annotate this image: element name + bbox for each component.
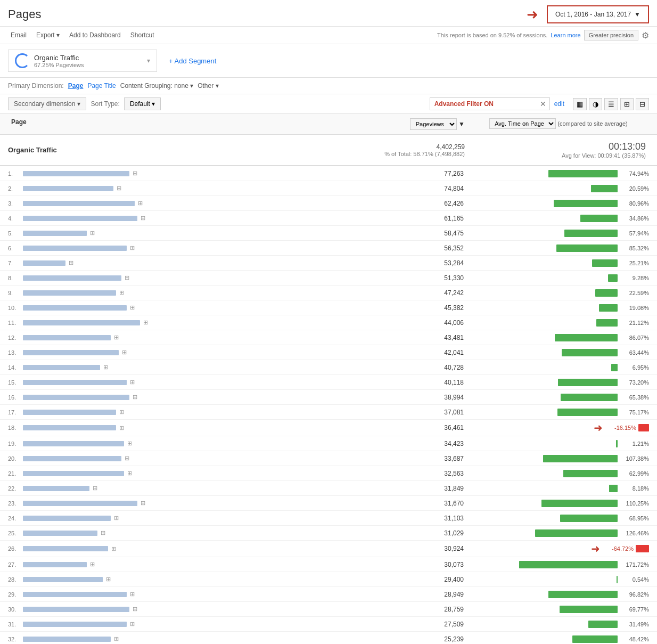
- page-bar: [23, 531, 97, 536]
- external-link-icon[interactable]: ⊞: [117, 185, 121, 192]
- comparison-bar-green: [557, 409, 618, 416]
- row-pageviews: 45,382: [372, 304, 468, 312]
- row-number: 3.: [8, 200, 23, 207]
- comparison-pct: 73.20%: [620, 379, 649, 386]
- row-number: 31.: [8, 621, 23, 627]
- external-link-icon[interactable]: ⊞: [119, 425, 124, 431]
- external-link-icon[interactable]: ⊞: [114, 334, 119, 341]
- external-link-icon[interactable]: ⊞: [130, 244, 135, 251]
- filter-edit-link[interactable]: edit: [554, 100, 564, 108]
- custom-view-button[interactable]: ⊟: [636, 98, 649, 110]
- sort-type-button[interactable]: Default ▾: [124, 97, 161, 110]
- filter-close-button[interactable]: ✕: [537, 100, 549, 108]
- settings-icon[interactable]: ⚙: [642, 30, 649, 40]
- metric-dropdown[interactable]: Pageviews: [410, 118, 457, 130]
- external-link-icon[interactable]: ⊞: [122, 349, 127, 356]
- external-link-icon[interactable]: ⊞: [125, 274, 129, 281]
- page-bar: [23, 607, 129, 612]
- external-link-icon[interactable]: ⊞: [111, 545, 116, 552]
- page-bar: [23, 637, 111, 642]
- sort-desc-icon: ▼: [458, 120, 465, 128]
- add-segment-button[interactable]: + Add Segment: [162, 54, 223, 68]
- date-range-button[interactable]: Oct 1, 2016 - Jan 13, 2017 ▼: [547, 5, 649, 23]
- comparison-pct: 74.94%: [620, 170, 649, 177]
- page-bar: [23, 305, 127, 311]
- comparison-pct: 1.21%: [620, 441, 649, 447]
- external-link-icon[interactable]: ⊞: [141, 500, 145, 507]
- row-comparison: 85.32%: [468, 244, 649, 252]
- external-link-icon[interactable]: ⊞: [133, 606, 137, 613]
- external-link-icon[interactable]: ⊞: [69, 259, 73, 266]
- comparison-pct: 22.59%: [620, 290, 649, 296]
- external-link-icon[interactable]: ⊞: [130, 379, 135, 386]
- row-comparison: 8.18%: [468, 485, 649, 492]
- row-pageviews: 31,670: [372, 500, 468, 507]
- table-row: 8. ⊞ 51,330 9.28%: [0, 271, 657, 286]
- comparison-bar-green: [558, 379, 618, 386]
- dimension-page-link[interactable]: Page: [68, 82, 84, 89]
- external-link-icon[interactable]: ⊞: [138, 200, 143, 207]
- table-view-button[interactable]: ▦: [573, 98, 587, 110]
- pivot-view-button[interactable]: ⊞: [620, 98, 634, 110]
- row-pageviews: 28,759: [372, 606, 468, 613]
- row-pageviews: 47,242: [372, 289, 468, 297]
- external-link-icon[interactable]: ⊞: [90, 230, 95, 237]
- advanced-filter-input[interactable]: [430, 98, 537, 110]
- external-link-icon[interactable]: ⊞: [141, 215, 145, 222]
- external-link-icon[interactable]: ⊞: [125, 455, 129, 462]
- external-link-icon[interactable]: ⊞: [130, 621, 135, 627]
- comparison-bar-green: [564, 230, 618, 237]
- segment-sub: 67.25% Pageviews: [34, 62, 84, 68]
- external-link-icon[interactable]: ⊞: [130, 304, 135, 311]
- external-link-icon[interactable]: ⊞: [93, 485, 97, 492]
- learn-more-link[interactable]: Learn more: [551, 32, 580, 38]
- greater-precision-button[interactable]: Greater precision: [584, 30, 638, 40]
- list-view-button[interactable]: ☰: [604, 98, 618, 110]
- add-dashboard-button[interactable]: Add to Dashboard: [67, 30, 124, 40]
- external-link-icon[interactable]: ⊞: [133, 394, 137, 401]
- external-link-icon[interactable]: ⊞: [101, 529, 105, 536]
- external-link-icon[interactable]: ⊞: [130, 591, 135, 598]
- page-bar: [23, 335, 111, 340]
- external-link-icon[interactable]: ⊞: [106, 576, 111, 583]
- table-row: 18. ⊞ 36,461 ➜ -16.15%: [0, 420, 657, 436]
- external-link-icon[interactable]: ⊞: [143, 319, 148, 326]
- row-number: 30.: [8, 606, 23, 613]
- shortcut-button[interactable]: Shortcut: [128, 30, 157, 40]
- export-button[interactable]: Export ▾: [34, 30, 62, 40]
- page-bar: [23, 350, 119, 355]
- pie-view-button[interactable]: ◑: [589, 98, 602, 110]
- external-link-icon[interactable]: ⊞: [103, 364, 108, 371]
- comparison-metric-dropdown[interactable]: Avg. Time on Page: [489, 118, 556, 129]
- table-row: 6. ⊞ 56,352 85.32%: [0, 241, 657, 256]
- row-page: ⊞: [23, 244, 372, 251]
- external-link-icon[interactable]: ⊞: [127, 470, 132, 477]
- content-grouping-dropdown[interactable]: Content Grouping: none ▾: [120, 82, 193, 89]
- email-button[interactable]: Email: [8, 30, 29, 40]
- other-dropdown[interactable]: Other ▾: [198, 82, 218, 89]
- comparison-bar-green: [560, 606, 618, 613]
- external-link-icon[interactable]: ⊞: [119, 409, 124, 415]
- comparison-bar-green: [541, 500, 618, 507]
- comparison-pct: 25.21%: [620, 260, 649, 266]
- filter-bar: Secondary dimension ▾ Sort Type: Default…: [0, 94, 657, 114]
- table-row: 20. ⊞ 33,687 107.38%: [0, 451, 657, 466]
- external-link-icon[interactable]: ⊞: [127, 440, 132, 447]
- comparison-column-header: Avg. Time on Page (compared to site aver…: [468, 114, 649, 134]
- row-page: ⊞: [23, 621, 372, 627]
- chevron-down-icon[interactable]: ▾: [147, 57, 150, 64]
- secondary-dimension-button[interactable]: Secondary dimension ▾: [8, 97, 86, 110]
- comparison-bar-green: [572, 635, 618, 643]
- row-pageviews: 42,041: [372, 349, 468, 356]
- external-link-icon[interactable]: ⊞: [114, 635, 119, 642]
- table-row: 4. ⊞ 61,165 34.86%: [0, 211, 657, 226]
- segment-bar: Organic Traffic 67.25% Pageviews ▾ + Add…: [0, 44, 657, 78]
- row-page: ⊞: [23, 230, 372, 237]
- external-link-icon[interactable]: ⊞: [114, 515, 119, 521]
- external-link-icon[interactable]: ⊞: [133, 170, 137, 177]
- dimension-page-title-link[interactable]: Page Title: [87, 82, 116, 89]
- external-link-icon[interactable]: ⊞: [119, 289, 124, 296]
- external-link-icon[interactable]: ⊞: [90, 561, 95, 568]
- comparison-pct: 171.72%: [620, 561, 649, 568]
- row-comparison: 57.94%: [468, 230, 649, 237]
